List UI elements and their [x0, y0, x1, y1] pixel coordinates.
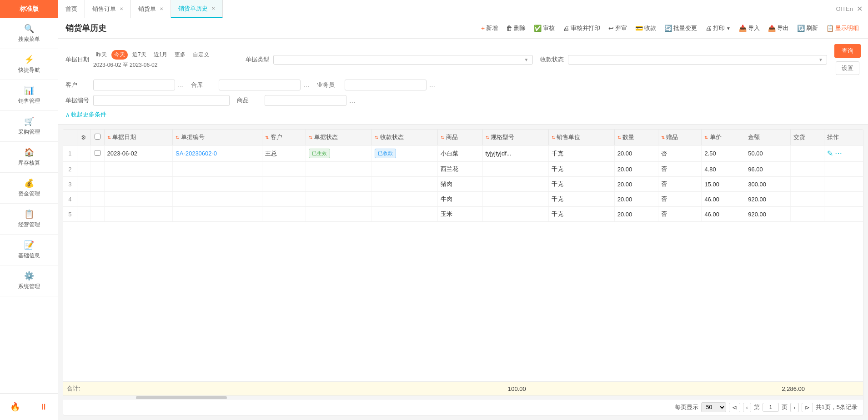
customer-input[interactable] [93, 80, 175, 90]
th-customer[interactable]: ⇅ 客户 [262, 130, 306, 145]
date-btn-7days[interactable]: 近7天 [130, 50, 149, 60]
doc-no-link[interactable]: SA-20230602-0 [176, 150, 217, 157]
row-qty: 20.00 [614, 192, 658, 207]
collect-label: 收款 [644, 24, 656, 32]
print-audit-button[interactable]: 🖨 审核并打印 [561, 23, 602, 33]
tab-bar: 首页 销售订单 ✕ 销货单 ✕ 销货单历史 ✕ OfTEn ✕ [58, 0, 868, 18]
next-page-button[interactable]: › [790, 403, 798, 412]
staff-input[interactable] [345, 80, 426, 90]
date-btn-yesterday[interactable]: 昨天 [93, 50, 110, 60]
th-settings[interactable]: ⚙ [77, 130, 90, 145]
row-checkbox[interactable] [90, 192, 104, 207]
date-btn-today[interactable]: 今天 [111, 50, 128, 60]
date-btn-1month[interactable]: 近1月 [151, 50, 171, 60]
sidebar-item-quick-nav[interactable]: ⚡ 快捷导航 [0, 49, 58, 80]
sidebar-item-basic-info[interactable]: 📝 基础信息 [0, 235, 58, 265]
th-doc-date[interactable]: ⇅ 单据日期 [104, 130, 173, 145]
first-page-button[interactable]: ⊲ [729, 403, 740, 412]
last-page-button[interactable]: ⊳ [802, 403, 813, 412]
th-trade[interactable]: 交货 [791, 130, 824, 145]
th-doc-no[interactable]: ⇅ 单据编号 [173, 130, 262, 145]
more-op-btn[interactable]: ⋯ [835, 150, 842, 157]
per-page-select[interactable]: 50 100 200 [701, 402, 726, 412]
row-checkbox[interactable] [90, 207, 104, 222]
new-button[interactable]: + 新增 [479, 23, 500, 33]
set-button[interactable]: 设置 [836, 61, 859, 75]
row-checkbox[interactable] [90, 145, 104, 162]
payment-status-badge: 已收款 [375, 149, 396, 158]
page-input[interactable] [763, 403, 779, 412]
tab-home-label: 首页 [65, 5, 77, 13]
prev-page-button[interactable]: ‹ [743, 403, 751, 412]
audit-button[interactable]: ✅ 审核 [532, 23, 557, 33]
th-qty[interactable]: ⇅ 数量 [614, 130, 658, 145]
tab-home[interactable]: 首页 [58, 0, 85, 18]
sidebar-item-label: 采购管理 [18, 128, 40, 136]
goods-dots[interactable]: ... [349, 97, 355, 104]
date-btn-custom[interactable]: 自定义 [190, 50, 212, 60]
sidebar-bottom-icon2[interactable]: ⏸ [35, 397, 52, 416]
sidebar-item-sys-mgmt[interactable]: ⚙️ 系统管理 [0, 265, 58, 296]
payment-select[interactable]: ▼ [568, 55, 828, 65]
th-payment-status[interactable]: ⇅ 收款状态 [372, 130, 438, 145]
row-ops [824, 192, 863, 207]
sidebar-item-search[interactable]: 🔍 搜索菜单 [0, 18, 58, 49]
collapse-chevron: ∧ [65, 111, 70, 118]
sidebar-item-purchase-mgmt[interactable]: 🛒 采购管理 [0, 111, 58, 142]
th-price[interactable]: ⇅ 单价 [702, 130, 745, 145]
date-btn-more[interactable]: 更多 [172, 50, 188, 60]
sort-icon-qty: ⇅ [617, 135, 621, 140]
print-button[interactable]: 🖨 打印 ▼ [703, 23, 733, 33]
select-all-checkbox[interactable] [95, 134, 100, 140]
print-dropdown-icon: ▼ [726, 26, 731, 31]
warehouse-input[interactable] [219, 80, 301, 90]
topbar-close-btn[interactable]: ✕ [857, 5, 863, 13]
tab-sales-order-close[interactable]: ✕ [120, 6, 123, 11]
row-select-checkbox[interactable] [95, 150, 100, 156]
tab-sales-history-close[interactable]: ✕ [211, 6, 215, 11]
sidebar-item-sales-mgmt[interactable]: 📊 销售管理 [0, 80, 58, 111]
sidebar-item-stock-calc[interactable]: 🏠 库存核算 [0, 142, 58, 173]
edit-op-btn[interactable]: ✎ [827, 150, 833, 157]
row-goods: 猪肉 [438, 177, 482, 192]
th-unit[interactable]: ⇅ 销售单位 [548, 130, 614, 145]
scrollbar-area[interactable] [63, 395, 863, 399]
docno-input[interactable] [93, 95, 230, 106]
query-button[interactable]: 查询 [834, 44, 861, 58]
sidebar-bottom-icon1[interactable]: 🔥 [5, 397, 25, 416]
row-payment-status [372, 207, 438, 222]
goods-input[interactable] [265, 95, 346, 106]
payment-chevron: ▼ [818, 57, 823, 62]
row-unit: 千克 [548, 192, 614, 207]
row-checkbox[interactable] [90, 162, 104, 177]
row-checkbox[interactable] [90, 177, 104, 192]
th-doc-status[interactable]: ⇅ 单据状态 [306, 130, 371, 145]
th-gift[interactable]: ⇅ 赠品 [658, 130, 702, 145]
doc-type-select[interactable]: ▼ [273, 55, 533, 65]
tab-sales-goods[interactable]: 销货单 ✕ [131, 0, 171, 18]
th-spec[interactable]: ⇅ 规格型号 [482, 130, 548, 145]
refresh-button[interactable]: 🔃 刷新 [795, 23, 820, 33]
delete-button[interactable]: 🗑 删除 [504, 23, 527, 33]
th-goods[interactable]: ⇅ 商品 [438, 130, 482, 145]
sidebar-item-finance-mgmt[interactable]: 💰 资金管理 [0, 173, 58, 204]
th-checkbox[interactable] [90, 130, 104, 145]
import-label: 导入 [748, 24, 760, 32]
customer-dots[interactable]: ... [178, 81, 184, 89]
export-button[interactable]: 📤 导出 [766, 23, 791, 33]
tab-sales-order[interactable]: 销售订单 ✕ [85, 0, 131, 18]
row-doc-status [306, 192, 371, 207]
tab-sales-goods-close[interactable]: ✕ [160, 6, 163, 11]
collapse-button[interactable]: ∧ 收起更多条件 [65, 110, 861, 119]
collect-button[interactable]: 💳 收款 [633, 23, 658, 33]
tab-sales-history[interactable]: 销货单历史 ✕ [171, 0, 223, 18]
show-detail-button[interactable]: 📋 显示明细 [824, 23, 861, 33]
abandon-button[interactable]: ↩ 弃审 [607, 23, 629, 33]
row-ops [824, 162, 863, 177]
batch-change-button[interactable]: 🔄 批量变更 [662, 23, 699, 33]
staff-dots[interactable]: ... [429, 81, 435, 89]
sidebar-item-ops-mgmt[interactable]: 📋 经营管理 [0, 204, 58, 235]
warehouse-dots[interactable]: ... [303, 81, 309, 89]
import-button[interactable]: 📥 导入 [737, 23, 762, 33]
th-amount[interactable]: 金额 [745, 130, 791, 145]
